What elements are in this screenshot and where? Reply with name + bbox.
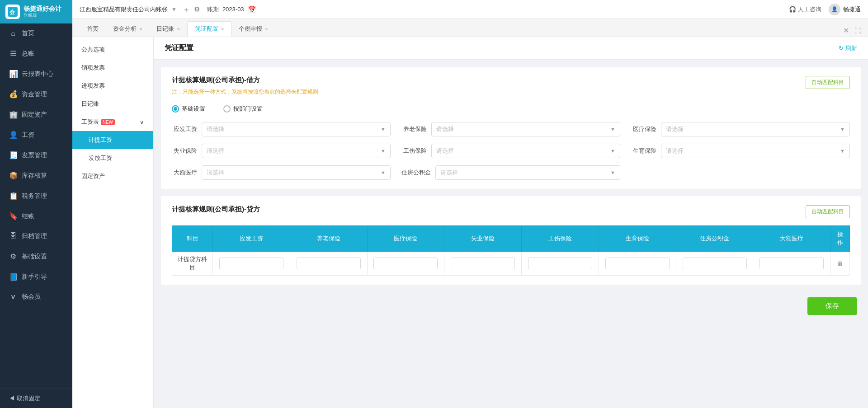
tab-journal-label: 日记账 (156, 25, 174, 33)
sidebar-item-home[interactable]: ⌂ 首页 (0, 23, 72, 43)
cell-gongshang (522, 252, 599, 276)
tab-journal[interactable]: 日记账 × (149, 21, 187, 37)
input-credit-shengyu[interactable] (605, 258, 670, 269)
tab-funds[interactable]: 资金分析 × (106, 21, 149, 37)
select-yiliao-placeholder: 请选择 (666, 125, 684, 133)
app-name: 畅捷通好会计 (24, 5, 61, 13)
select-gongshang[interactable]: 请选择 ▼ (431, 144, 620, 158)
cell-action: 🗑 (830, 252, 850, 276)
select-shengyu[interactable]: 请选择 ▼ (661, 144, 850, 158)
debit-title: 计提核算规则(公司承担)-借方 (172, 76, 318, 84)
th-yanglao: 养老保险 (290, 226, 367, 252)
period-value: 2023-03 (222, 6, 244, 13)
settings-gear-icon[interactable]: ⚙ (194, 5, 200, 14)
input-credit-gongjijin[interactable] (683, 258, 747, 269)
sidebar-item-salary[interactable]: 👤 工资 (0, 125, 72, 145)
label-yiliao: 医疗保险 (631, 125, 656, 133)
menu-item-accrual[interactable]: 计提工资 (72, 131, 153, 149)
sidebar-item-guide[interactable]: 📘 新手引导 (0, 267, 72, 287)
tab-voucher-config[interactable]: 凭证配置 × (187, 21, 231, 37)
select-daejiliao[interactable]: 请选择 ▼ (202, 165, 391, 180)
radio-department[interactable]: 按部门设置 (223, 105, 263, 113)
select-shiye[interactable]: 请选择 ▼ (202, 144, 391, 158)
calendar-icon[interactable]: 📅 (248, 5, 256, 14)
input-credit-yingfa[interactable] (219, 258, 283, 269)
select-yanglao[interactable]: 请选择 ▼ (431, 122, 620, 136)
th-shiye: 失业保险 (444, 226, 522, 252)
radio-group-debit: 基础设置 按部门设置 (172, 105, 850, 113)
sidebar-item-reports[interactable]: 📊 云报表中心 (0, 64, 72, 84)
tab-tax-return[interactable]: 个税申报 × (231, 21, 275, 37)
add-tab-button[interactable]: ＋ (182, 4, 190, 15)
close-panel-icon[interactable]: ✕ (843, 26, 849, 35)
sidebar-item-assets[interactable]: 🏢 固定资产 (0, 104, 72, 125)
input-credit-yanglao[interactable] (297, 258, 361, 269)
input-credit-yiliao[interactable] (373, 258, 438, 269)
topbar: 江西服宝精品有限责任公司内账张 ▼ ＋ ⚙ 账期 2023-03 📅 🎧 人工咨… (72, 0, 868, 19)
tab-journal-close[interactable]: × (177, 26, 179, 32)
user-menu[interactable]: 👤 畅捷通 (829, 4, 861, 15)
menu-item-public[interactable]: 公共选项 (72, 41, 153, 59)
sidebar-item-ledger[interactable]: ☰ 总账 (0, 43, 72, 64)
refresh-icon: ↻ (839, 45, 844, 52)
company-dropdown-icon[interactable]: ▼ (171, 6, 177, 13)
settle-icon: 🔖 (9, 212, 17, 220)
save-button[interactable]: 保存 (807, 297, 857, 315)
sidebar-item-invoice[interactable]: 🧾 发票管理 (0, 145, 72, 165)
select-yingfa-placeholder: 请选择 (207, 125, 224, 133)
input-credit-shiye[interactable] (451, 258, 515, 269)
chevron-shengyu: ▼ (840, 148, 845, 154)
debit-form-grid: 应发工资 请选择 ▼ 养老保险 请选择 ▼ 医疗 (172, 122, 850, 180)
debit-note: 注：只能选择一种方式，系统将按照您当前的选择来配置规则 (172, 88, 318, 96)
tab-bar: 首页 资金分析 × 日记账 × 凭证配置 × 个税申报 × ✕ ⛶ (72, 19, 868, 37)
home-icon: ⌂ (9, 29, 17, 38)
cell-yingfa (213, 252, 290, 276)
sidebar-label-reports: 云报表中心 (22, 70, 53, 78)
form-item-shengyu: 生育保险 请选择 ▼ (631, 144, 850, 158)
select-daejiliao-placeholder: 请选择 (207, 169, 224, 177)
input-credit-gongshang[interactable] (528, 258, 592, 269)
credit-section: 计提核算规则(公司承担)-贷方 自动匹配科目 科目 应发工资 养老保险 医疗保险… (161, 196, 861, 285)
sidebar-item-settle[interactable]: 🔖 结账 (0, 206, 72, 226)
menu-item-sales-invoice[interactable]: 销项发票 (72, 59, 153, 77)
select-gongshang-placeholder: 请选择 (436, 147, 454, 155)
company-name: 江西服宝精品有限责任公司内账张 (80, 5, 168, 14)
sidebar-item-settings[interactable]: ⚙ 基础设置 (0, 246, 72, 267)
sidebar-label-settings: 基础设置 (22, 253, 47, 261)
menu-item-pay-salary[interactable]: 发放工资 (72, 149, 153, 167)
tab-tax-close[interactable]: × (265, 26, 268, 32)
radio-basic[interactable]: 基础设置 (172, 105, 205, 113)
tab-voucher-close[interactable]: × (221, 26, 224, 32)
debit-auto-match-button[interactable]: 自动匹配科目 (806, 76, 850, 89)
label-gongshang: 工伤保险 (401, 147, 427, 155)
sidebar-item-funds[interactable]: 💰 资金管理 (0, 84, 72, 104)
menu-group-salary-table[interactable]: 工资表 NEW ∨ (72, 113, 153, 131)
sidebar-item-member[interactable]: V 畅会员 (0, 287, 72, 307)
unpin-button[interactable]: ◀ 取消固定 (0, 389, 72, 408)
fullscreen-icon[interactable]: ⛶ (854, 27, 861, 34)
sidebar-label-assets: 固定资产 (22, 111, 47, 119)
input-credit-daejiliao[interactable] (760, 258, 824, 269)
debit-header-row: 计提核算规则(公司承担)-借方 注：只能选择一种方式，系统将按照您当前的选择来配… (172, 76, 850, 103)
service-button[interactable]: 🎧 人工咨询 (789, 5, 821, 14)
select-yingfa[interactable]: 请选择 ▼ (202, 122, 391, 136)
delete-row-icon[interactable]: 🗑 (837, 260, 843, 267)
select-gongjijin[interactable]: 请选择 ▼ (435, 165, 620, 180)
sidebar-item-inventory[interactable]: 📦 库存核算 (0, 165, 72, 186)
tab-funds-close[interactable]: × (139, 26, 142, 32)
credit-table-head: 科目 应发工资 养老保险 医疗保险 失业保险 工伤保险 生育保险 住房公积金 大… (172, 226, 850, 252)
tab-tax-label: 个税申报 (239, 25, 262, 33)
credit-auto-match-button[interactable]: 自动匹配科目 (806, 205, 850, 218)
menu-item-journal[interactable]: 日记账 (72, 95, 153, 113)
chevron-gongshang: ▼ (610, 148, 615, 154)
label-shengyu: 生育保险 (631, 147, 656, 155)
sidebar-item-archive[interactable]: 🗄 归档管理 (0, 226, 72, 246)
select-yiliao[interactable]: 请选择 ▼ (661, 122, 850, 136)
tab-home[interactable]: 首页 (80, 21, 106, 37)
refresh-button[interactable]: ↻ 刷新 (839, 44, 857, 52)
chevron-yiliao: ▼ (840, 127, 845, 132)
sidebar-item-tax[interactable]: 📋 税务管理 (0, 186, 72, 206)
menu-item-purchase-invoice[interactable]: 进项发票 (72, 77, 153, 95)
menu-item-fixed-assets[interactable]: 固定资产 (72, 167, 153, 185)
radio-basic-label: 基础设置 (182, 105, 205, 113)
